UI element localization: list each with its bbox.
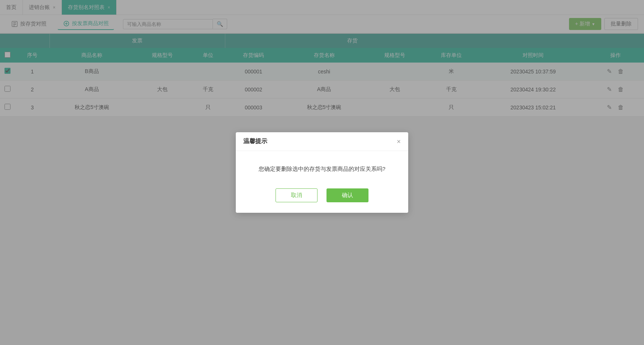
overlay: 温馨提示 × 您确定要删除选中的存货与发票商品的对应关系吗? 取消 确认 [0, 0, 644, 116]
